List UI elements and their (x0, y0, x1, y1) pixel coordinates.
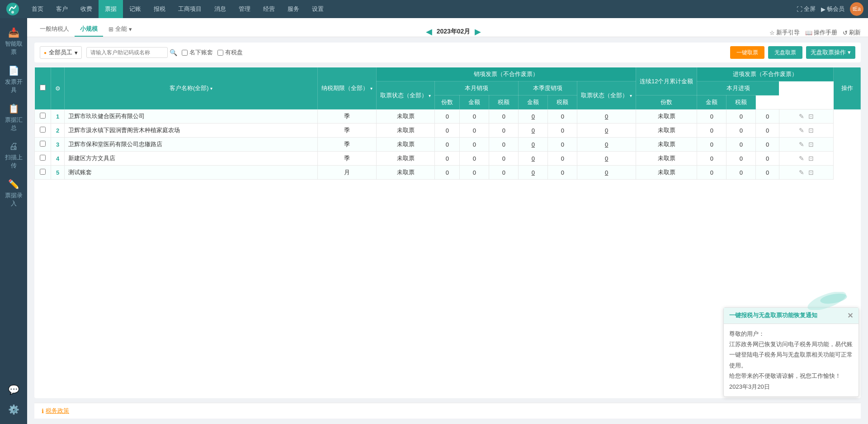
row-purchase-monthly-shares: 0 (697, 152, 726, 166)
sidebar-item-invoice-entry[interactable]: ✏️ 票据录入 (0, 174, 27, 212)
row-purchase-monthly-shares: 0 (697, 166, 726, 180)
row-checkbox-0[interactable] (40, 113, 46, 119)
th-action: 操作 (834, 67, 861, 110)
row-purchase-monthly-amount: 0 (726, 138, 756, 152)
chat-icon: 💬 (8, 384, 19, 395)
row-purchase-status: 未取票 (636, 124, 697, 138)
toolbar: ● 全部员工 ▾ 🔍 名下账套 有税盘 一键取票 无盘取票 (34, 43, 861, 62)
current-period: 2023年02月 (437, 28, 471, 36)
fullscreen-button[interactable]: ⛶ 全屏 (797, 5, 816, 13)
has-taxdisk-checkbox[interactable] (217, 50, 223, 56)
search-button[interactable]: 🔍 (170, 49, 177, 56)
th-sales-quarterly-tax: 税额 (548, 95, 577, 110)
row-sales-12m-amount: 0 (577, 110, 636, 124)
refresh-button[interactable]: ↺ 刷新 (843, 29, 861, 37)
edit-icon-0[interactable]: ✎ (799, 113, 804, 120)
sidebar-item-chat[interactable]: 💬 (6, 380, 22, 400)
manual-button[interactable]: 📖 操作手册 (805, 29, 837, 37)
my-accounts-checkbox-label[interactable]: 名下账套 (182, 48, 213, 57)
th-sales-monthly-tax: 税额 (489, 95, 519, 110)
quarterly-amount-link[interactable]: 0 (532, 127, 535, 134)
search-input[interactable] (86, 47, 168, 58)
invoice-summary-icon: 📋 (8, 103, 19, 114)
smart-invoice-icon: 📥 (8, 27, 19, 38)
12m-amount-link[interactable]: 0 (605, 113, 608, 120)
table-row: 4 新建区方方文具店 季 未取票 0 0 0 0 0 0 未取票 0 0 0 ✎… (35, 152, 861, 166)
nav-home[interactable]: 首页 (25, 0, 50, 18)
tab-small-scale[interactable]: 小规模 (75, 22, 103, 37)
one-key-invoice-button[interactable]: 一键取票 (730, 46, 764, 59)
no-disk-ops-dropdown[interactable]: 无盘取票操作 ▾ (806, 46, 855, 59)
nav-tax[interactable]: 报税 (147, 0, 172, 18)
nav-client[interactable]: 客户 (50, 0, 74, 18)
row-purchase-status: 未取票 (636, 152, 697, 166)
view-icon-0[interactable]: ⊡ (808, 113, 814, 120)
has-taxdisk-checkbox-label[interactable]: 有税盘 (217, 48, 243, 57)
sidebar-item-issue-invoice[interactable]: 📄 发票开具 (0, 61, 27, 99)
select-all-checkbox[interactable] (40, 85, 46, 91)
nav-business[interactable]: 工商项目 (172, 0, 208, 18)
row-sales-monthly-shares: 0 (435, 166, 460, 180)
edit-icon-4[interactable]: ✎ (799, 169, 804, 176)
vip-button[interactable]: ▶ 畅会员 (821, 5, 844, 13)
row-purchase-monthly-tax: 0 (756, 110, 779, 124)
nav-invoice[interactable]: 票据 (99, 0, 123, 18)
row-sales-monthly-tax: 0 (489, 124, 519, 138)
view-icon-4[interactable]: ⊡ (808, 169, 814, 176)
row-checkbox-3[interactable] (40, 155, 46, 161)
tab-general-taxpayer[interactable]: 一般纳税人 (34, 22, 75, 37)
nav-operation[interactable]: 经营 (257, 0, 281, 18)
nav-service[interactable]: 服务 (281, 0, 306, 18)
refresh-icon: ↺ (843, 29, 848, 36)
row-checkbox-1[interactable] (40, 127, 46, 133)
nav-settings[interactable]: 设置 (306, 0, 330, 18)
row-period: 季 (318, 138, 377, 152)
row-checkbox-4[interactable] (40, 169, 46, 175)
th-purchase-monthly-amount: 金额 (697, 95, 726, 110)
tab-bar: 一般纳税人 小规模 ⊞ 全能 ▾ ◀ 2023年02月 ▶ ☆ 新手引导 📖 (27, 18, 868, 37)
edit-icon-1[interactable]: ✎ (799, 127, 804, 134)
view-icon-3[interactable]: ⊡ (808, 155, 814, 162)
employee-select[interactable]: ● 全部员工 ▾ (40, 46, 82, 59)
quarterly-amount-link[interactable]: 0 (532, 113, 535, 120)
avatar[interactable]: tEa (850, 2, 863, 16)
row-checkbox-2[interactable] (40, 141, 46, 147)
sidebar-item-scan-upload[interactable]: 🖨 扫描上传 (0, 137, 27, 174)
th-purchase-monthly-shares: 份数 (636, 95, 697, 110)
tax-policy-link[interactable]: 税务政策 (46, 407, 69, 415)
period-right-actions: ☆ 新手引导 📖 操作手册 ↺ 刷新 (769, 29, 861, 37)
edit-icon-3[interactable]: ✎ (799, 155, 804, 162)
th-checkbox (35, 67, 51, 110)
12m-amount-link[interactable]: 0 (605, 141, 608, 148)
12m-amount-link[interactable]: 0 (605, 155, 608, 162)
tab-all[interactable]: ⊞ 全能 ▾ (103, 22, 137, 37)
nav-manage[interactable]: 管理 (232, 0, 257, 18)
row-sales-monthly-shares: 0 (435, 152, 460, 166)
quarterly-amount-link[interactable]: 0 (532, 155, 535, 162)
row-period: 季 (318, 124, 377, 138)
quarterly-amount-link[interactable]: 0 (532, 169, 535, 176)
nav-message[interactable]: 消息 (208, 0, 232, 18)
12m-amount-link[interactable]: 0 (605, 169, 608, 176)
prev-period-button[interactable]: ◀ (426, 27, 432, 37)
view-icon-1[interactable]: ⊡ (808, 127, 814, 134)
nav-fee[interactable]: 收费 (74, 0, 99, 18)
row-sales-12m-amount: 0 (577, 152, 636, 166)
sidebar-item-settings[interactable]: ⚙️ (6, 400, 22, 419)
view-icon-2[interactable]: ⊡ (808, 141, 814, 148)
sidebar-item-invoice-summary[interactable]: 📋 票据汇总 (0, 99, 27, 137)
nav-bookkeeping[interactable]: 记账 (123, 0, 147, 18)
12m-amount-link[interactable]: 0 (605, 127, 608, 134)
notification-close-button[interactable]: ✕ (847, 311, 853, 320)
row-purchase-monthly-tax: 0 (756, 138, 779, 152)
th-tax-period: 纳税期限（全部） ▾ (318, 67, 377, 110)
no-disk-invoice-button[interactable]: 无盘取票 (768, 46, 802, 59)
next-period-button[interactable]: ▶ (475, 27, 481, 37)
quarterly-amount-link[interactable]: 0 (532, 141, 535, 148)
sidebar-item-smart-invoice[interactable]: 📥 智能取票 (0, 23, 27, 61)
new-guide-button[interactable]: ☆ 新手引导 (769, 29, 800, 37)
my-accounts-checkbox[interactable] (182, 50, 188, 56)
edit-icon-2[interactable]: ✎ (799, 141, 804, 148)
star-icon: ☆ (769, 29, 775, 36)
row-period: 季 (318, 110, 377, 124)
